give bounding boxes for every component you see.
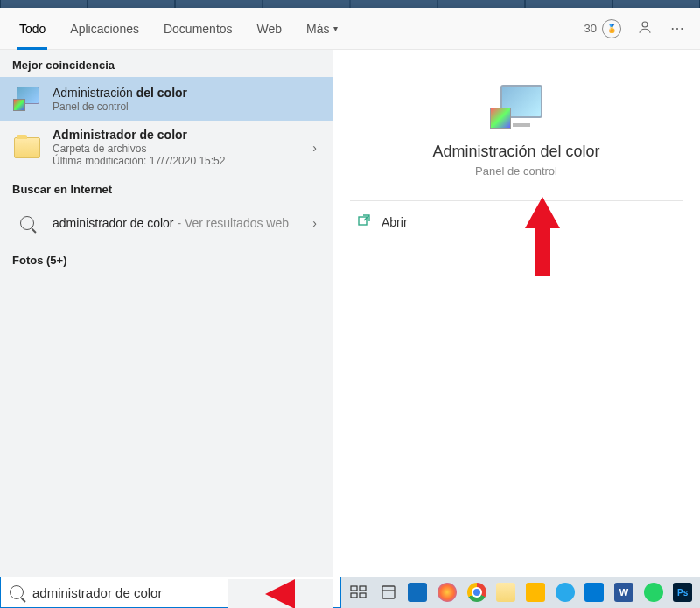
more-options-icon[interactable]: ⋯ [662,20,693,37]
result-color-management[interactable]: Administración del color Panel de contro… [0,77,332,121]
svg-rect-1 [359,217,367,225]
result-title: Administración del color [52,86,320,100]
tab-apps[interactable]: Aplicaciones [58,8,151,50]
rewards-indicator[interactable]: 30 🏅 [578,19,628,38]
search-icon [10,585,24,599]
filter-tabs: Todo Aplicaciones Documentos Web Más▾ 30… [0,8,700,50]
chrome-icon[interactable] [463,579,491,605]
preview-app-icon [490,85,542,129]
app-blue-icon[interactable] [580,579,608,605]
telegram-icon[interactable] [551,579,579,605]
sticky-notes-icon[interactable] [522,579,550,605]
preview-pane: Administración del color Panel de contro… [332,50,700,577]
explorer-icon[interactable] [492,579,520,605]
action-open-label: Abrir [382,215,408,229]
tab-all[interactable]: Todo [7,8,58,50]
chevron-right-icon: › [309,141,320,155]
whatsapp-icon[interactable] [640,579,668,605]
open-icon [357,213,371,230]
svg-rect-5 [360,593,366,598]
svg-point-0 [642,22,648,27]
folder-icon [12,133,42,163]
timeline-icon[interactable] [374,579,402,605]
best-match-label: Mejor coincidencia [0,50,332,77]
firefox-icon[interactable] [433,579,461,605]
results-list: Mejor coincidencia Administración del co… [0,50,332,577]
chevron-right-icon: › [309,216,320,230]
result-modified: Última modificación: 17/7/2020 15:52 [52,155,298,167]
annotation-arrow-left [228,579,332,608]
rewards-icon: 🏅 [602,19,621,38]
svg-rect-2 [351,586,357,591]
chevron-down-icon: ▾ [333,24,338,33]
result-subtitle: Panel de control [52,101,320,113]
svg-rect-6 [382,586,395,598]
account-icon[interactable] [628,19,662,38]
word-icon[interactable]: W [610,579,638,605]
search-internet-label: Buscar en Internet [0,174,332,201]
svg-rect-4 [351,593,357,598]
preview-title: Administración del color [350,143,682,161]
tab-web[interactable]: Web [245,8,295,50]
tab-more[interactable]: Más▾ [294,8,349,50]
result-title: administrador de color - Ver resultados … [52,216,298,230]
annotation-arrow-up [525,197,560,276]
action-open[interactable]: Abrir [350,201,682,242]
task-view-icon[interactable] [345,579,373,605]
color-management-icon [12,84,42,114]
rewards-points: 30 [584,22,597,35]
preview-subtitle: Panel de control [350,164,682,178]
tab-documents[interactable]: Documentos [151,8,245,50]
mail-icon[interactable] [403,579,431,605]
result-color-folder[interactable]: Administrador de color Carpeta de archiv… [0,121,332,174]
result-title: Administrador de color [52,128,298,142]
svg-rect-3 [360,586,366,591]
search-panel: Todo Aplicaciones Documentos Web Más▾ 30… [0,8,700,577]
result-web-search[interactable]: administrador de color - Ver resultados … [0,201,332,245]
photos-label: Fotos (5+) [0,245,332,272]
photoshop-icon[interactable]: Ps [668,579,696,605]
search-icon [12,208,42,238]
result-subtitle: Carpeta de archivos [52,143,298,155]
taskbar: W Ps [341,577,700,608]
